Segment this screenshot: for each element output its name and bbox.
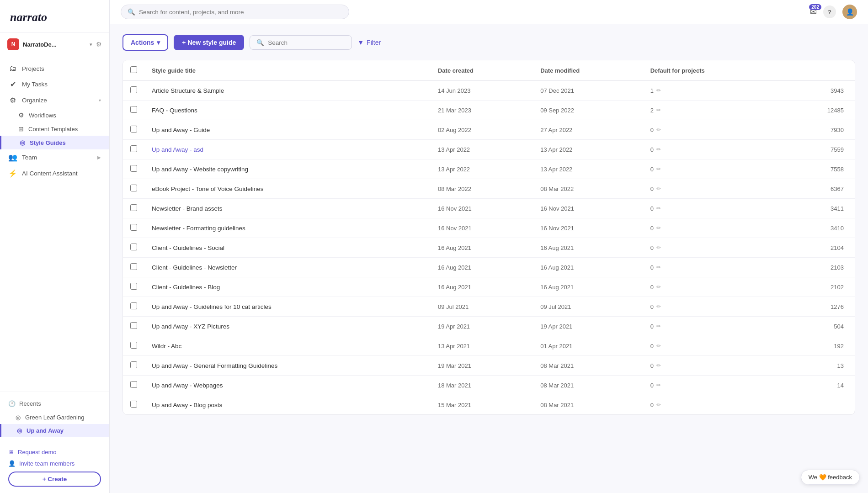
sidebar-organize-group[interactable]: ⚙ Organize ▾: [0, 92, 109, 108]
row-count: 2103: [784, 258, 855, 277]
sidebar-ai-label: AI Content Assistant: [22, 170, 101, 177]
sidebar-item-my-tasks[interactable]: ✔ My Tasks: [0, 76, 109, 92]
sidebar-workflows-label: Workflows: [29, 112, 56, 119]
row-checkbox[interactable]: [130, 145, 137, 152]
row-checkbox[interactable]: [130, 204, 137, 211]
row-edit-icon[interactable]: ✏: [656, 382, 661, 388]
row-checkbox[interactable]: [130, 381, 137, 388]
actions-button[interactable]: Actions ▾: [122, 34, 168, 51]
row-count: 2104: [784, 238, 855, 258]
row-default: 0✏: [643, 356, 784, 376]
invite-team-link[interactable]: 👤 Invite team members: [8, 460, 101, 467]
recent-item-up-and-away[interactable]: ◎ Up and Away: [0, 424, 109, 437]
row-date-created: 16 Aug 2021: [431, 258, 533, 277]
row-checkbox[interactable]: [130, 106, 137, 113]
col-title: Style guide title: [144, 60, 431, 81]
row-edit-icon[interactable]: ✏: [656, 186, 661, 192]
sidebar-item-style-guides[interactable]: ◎ Style Guides: [0, 136, 109, 149]
row-date-modified: 09 Jul 2021: [533, 297, 643, 317]
row-count: 7559: [784, 140, 855, 159]
recents-icon: 🕐: [8, 400, 16, 407]
row-checkbox[interactable]: [130, 361, 137, 368]
row-checkbox[interactable]: [130, 302, 137, 309]
feedback-button[interactable]: We 🧡 feedback: [801, 470, 860, 485]
sidebar-item-team[interactable]: 👥 Team ▶: [0, 149, 109, 165]
row-edit-icon[interactable]: ✏: [656, 402, 661, 408]
row-title: FAQ - Questions: [144, 101, 431, 120]
row-title: Client - Guidelines - Social: [144, 238, 431, 258]
row-edit-icon[interactable]: ✏: [656, 87, 661, 94]
row-checkbox[interactable]: [130, 86, 137, 93]
table-row: Up and Away - Guidelines for 10 cat arti…: [123, 297, 855, 317]
row-checkbox[interactable]: [130, 283, 137, 290]
create-button[interactable]: + Create: [8, 472, 101, 487]
row-edit-icon[interactable]: ✏: [656, 343, 661, 349]
row-edit-icon[interactable]: ✏: [656, 284, 661, 290]
row-date-created: 19 Apr 2021: [431, 317, 533, 336]
row-edit-icon[interactable]: ✏: [656, 127, 661, 133]
help-button[interactable]: ?: [823, 5, 836, 18]
row-date-created: 15 Mar 2021: [431, 395, 533, 415]
recent-item-green-leaf[interactable]: ◎ Green Leaf Gardening: [0, 411, 109, 424]
row-title-link[interactable]: Up and Away - asd: [152, 146, 203, 153]
row-checkbox[interactable]: [130, 263, 137, 270]
row-date-modified: 16 Nov 2021: [533, 218, 643, 238]
sidebar-item-content-templates[interactable]: ⊞ Content Templates: [0, 122, 109, 136]
row-date-modified: 16 Nov 2021: [533, 199, 643, 218]
mail-button[interactable]: ✉ 202: [810, 7, 817, 17]
row-edit-icon[interactable]: ✏: [656, 303, 661, 310]
row-edit-icon[interactable]: ✏: [656, 166, 661, 172]
top-search-bar[interactable]: 🔍: [121, 5, 349, 19]
top-search-input[interactable]: [139, 9, 342, 16]
style-guide-search-input[interactable]: [268, 39, 345, 46]
row-date-modified: 13 Apr 2022: [533, 140, 643, 159]
row-title: Up and Away - Blog posts: [144, 395, 431, 415]
row-checkbox[interactable]: [130, 342, 137, 349]
row-edit-icon[interactable]: ✏: [656, 264, 661, 270]
user-avatar[interactable]: 👤: [842, 5, 857, 19]
row-date-modified: 13 Apr 2022: [533, 159, 643, 179]
row-edit-icon[interactable]: ✏: [656, 205, 661, 212]
filter-button[interactable]: ▼ Filter: [357, 39, 381, 46]
row-checkbox[interactable]: [130, 401, 137, 408]
row-checkbox[interactable]: [130, 185, 137, 191]
sidebar-item-workflows[interactable]: ⚙ Workflows: [0, 108, 109, 122]
row-edit-icon[interactable]: ✏: [656, 244, 661, 251]
row-checkbox[interactable]: [130, 322, 137, 329]
row-edit-icon[interactable]: ✏: [656, 146, 661, 153]
team-icon: 👥: [8, 153, 17, 162]
row-count: 1276: [784, 297, 855, 317]
row-checkbox[interactable]: [130, 126, 137, 133]
row-default: 0✏: [643, 277, 784, 297]
select-all-checkbox[interactable]: [130, 66, 137, 73]
table-row: Up and Away - General Formatting Guideli…: [123, 356, 855, 376]
table-row: Up and Away - Webpages18 Mar 202108 Mar …: [123, 376, 855, 395]
row-checkbox[interactable]: [130, 165, 137, 172]
row-checkbox[interactable]: [130, 244, 137, 250]
workspace-switcher[interactable]: N NarratoDe... ▾ ⚙: [0, 33, 109, 56]
green-leaf-icon: ◎: [16, 414, 21, 421]
col-date-modified: Date modified: [533, 60, 643, 81]
row-default: 0✏: [643, 376, 784, 395]
row-default: 0✏: [643, 317, 784, 336]
row-edit-icon[interactable]: ✏: [656, 362, 661, 369]
sidebar-item-ai[interactable]: ⚡ AI Content Assistant: [0, 165, 109, 181]
row-count: 6367: [784, 179, 855, 199]
row-count: 13: [784, 356, 855, 376]
row-edit-icon[interactable]: ✏: [656, 107, 661, 113]
row-checkbox[interactable]: [130, 224, 137, 231]
row-date-modified: 27 Apr 2022: [533, 120, 643, 140]
table-row: Up and Away - Blog posts15 Mar 202108 Ma…: [123, 395, 855, 415]
row-title[interactable]: Up and Away - asd: [144, 140, 431, 159]
sidebar-item-projects[interactable]: 🗂 Projects: [0, 61, 109, 76]
request-demo-link[interactable]: 🖥 Request demo: [8, 449, 101, 456]
row-edit-icon[interactable]: ✏: [656, 323, 661, 329]
style-guide-search[interactable]: 🔍: [250, 35, 352, 50]
new-style-guide-button[interactable]: + New style guide: [174, 35, 244, 50]
actions-label: Actions: [131, 39, 154, 46]
row-date-modified: 16 Aug 2021: [533, 238, 643, 258]
table-row: FAQ - Questions21 Mar 202309 Sep 20222✏1…: [123, 101, 855, 120]
workspace-gear-icon[interactable]: ⚙: [96, 41, 102, 48]
workspace-chevron-icon: ▾: [90, 42, 92, 48]
row-edit-icon[interactable]: ✏: [656, 225, 661, 231]
